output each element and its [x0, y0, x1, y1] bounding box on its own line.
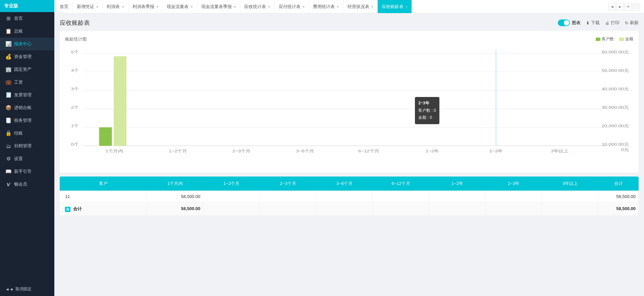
tab-expense-stats[interactable]: 费用统计表 ×: [309, 0, 343, 13]
tab-profit-quarter-close[interactable]: ×: [156, 5, 158, 9]
chart-svg-container: 5个 4个 3个 2个 1个 0个 60,000.00元 50,000.00元 …: [65, 46, 633, 167]
tab-cashflow[interactable]: 现金流量表 ×: [163, 0, 197, 13]
tab-ap-stats[interactable]: 应付统计表 ×: [275, 0, 309, 13]
sidebar-item-closing[interactable]: 🔒 结账: [0, 127, 54, 140]
main-content: 首页 新增凭证 × 利润表 × 利润表季报 × 现金流量表 × 现金流量表季报 …: [54, 0, 644, 296]
home-icon: ⊞: [5, 15, 11, 21]
tab-profit-close[interactable]: ×: [122, 5, 124, 9]
svg-text:50,000.00元: 50,000.00元: [602, 68, 629, 73]
sidebar-item-ledger[interactable]: 📋 总账: [0, 25, 54, 38]
tab-cashflow-quarter[interactable]: 现金流量表季报 ×: [197, 0, 240, 13]
print-label: 打印: [611, 20, 620, 26]
sidebar-item-label: 总账: [14, 28, 23, 34]
tab-home[interactable]: 首页: [56, 0, 73, 13]
sidebar-item-home[interactable]: ⊞ 首页: [0, 12, 54, 25]
cell-3yplus-0: [542, 191, 598, 202]
tab-ar-stats-close[interactable]: ×: [268, 5, 270, 9]
reports-icon: 📊: [5, 41, 11, 47]
svg-text:2~3个月: 2~3个月: [232, 149, 251, 153]
svg-text:20,000.00元: 20,000.00元: [602, 124, 629, 128]
total-23y: [486, 203, 542, 215]
tab-next-btn[interactable]: ►: [616, 3, 624, 10]
sidebar-item-label: 归档管理: [14, 143, 32, 149]
tab-cashflow-quarter-close[interactable]: ×: [234, 5, 236, 9]
chart-svg: 5个 4个 3个 2个 1个 0个 60,000.00元 50,000.00元 …: [65, 46, 633, 167]
total-all: 58,500.00: [598, 203, 639, 215]
sidebar-item-label: 税务管理: [14, 117, 32, 124]
download-button[interactable]: ⬇ 下载: [586, 20, 600, 26]
sidebar-item-archive[interactable]: 🗂 归档管理: [0, 140, 54, 152]
svg-text:2~3年: 2~3年: [489, 149, 503, 153]
svg-text:10,000.00元: 10,000.00元: [602, 142, 629, 147]
download-label: 下载: [591, 20, 600, 26]
refresh-button[interactable]: ↻ 刷新: [625, 20, 639, 26]
pin-icon: ◄◄: [5, 287, 13, 292]
tab-ar-aging[interactable]: 应收账龄表 ×: [378, 0, 412, 13]
print-button[interactable]: 🖨 打印: [605, 20, 620, 26]
sidebar-item-funds[interactable]: 💰 资金管理: [0, 50, 54, 63]
tab-maximize-btn[interactable]: ⛶: [633, 3, 640, 10]
sidebar-item-tax[interactable]: 📑 税务管理: [0, 114, 54, 127]
tab-cashflow-close[interactable]: ×: [191, 5, 193, 9]
sidebar-item-reports[interactable]: 📊 报表中心: [0, 38, 54, 50]
chart-toggle[interactable]: 图表: [558, 19, 581, 26]
col-total: 合计: [598, 177, 639, 191]
funds-icon: 💰: [5, 54, 11, 60]
tab-bar: 首页 新增凭证 × 利润表 × 利润表季报 × 现金流量表 × 现金流量表季报 …: [54, 0, 644, 13]
col-12m: 1~2个月: [203, 177, 260, 191]
assets-icon: 🏢: [5, 66, 11, 72]
tab-business-stats-close[interactable]: ×: [371, 5, 373, 9]
sidebar-item-settings[interactable]: ⚙ 设置: [0, 152, 54, 165]
tab-cashflow-label: 现金流量表: [167, 4, 189, 10]
tab-voucher-close[interactable]: ×: [96, 5, 98, 9]
tab-ap-stats-close[interactable]: ×: [303, 5, 305, 9]
download-icon: ⬇: [586, 20, 590, 26]
tab-business-stats[interactable]: 经营状况表 ×: [343, 0, 378, 13]
toggle-track[interactable]: [558, 19, 570, 26]
sidebar-item-assets[interactable]: 🏢 固定资产: [0, 63, 54, 76]
cell-total-0: 58,500.00: [598, 191, 639, 202]
table-header: 客户 1个月内 1~2个月 2~3个月 3~6个月 6~12个月 1~2年 2~…: [60, 177, 639, 191]
sidebar-item-guide[interactable]: 📖 新手引导: [0, 165, 54, 178]
svg-text:0个: 0个: [71, 142, 79, 147]
sidebar-footer-label: 取消固定: [15, 286, 32, 292]
cell-12y-0: [429, 191, 485, 202]
sidebar-footer[interactable]: ◄◄ 取消固定: [0, 282, 54, 296]
col-23y: 2~3年: [486, 177, 542, 191]
total-12m: [203, 203, 260, 215]
cell-total-label: 合 合计: [60, 203, 147, 215]
legend-amount: 金额: [619, 36, 633, 42]
chart-area: 账龄统计图 客户数 金额 5个 4个 3个 2个 1个: [60, 31, 639, 172]
sidebar-item-vip[interactable]: V 畅会员: [0, 178, 54, 191]
tab-home-label: 首页: [60, 4, 68, 10]
invoice-icon: 🧾: [5, 92, 11, 98]
svg-text:6~12个月: 6~12个月: [358, 149, 379, 153]
tab-nav: ◄ ► ✕ ⛶: [606, 3, 643, 10]
col-12y: 1~2年: [429, 177, 485, 191]
sidebar-item-label: 工资: [14, 79, 23, 85]
tab-profit-quarter[interactable]: 利润表季报 ×: [128, 0, 163, 13]
tab-profit-label: 利润表: [107, 4, 120, 10]
tab-close-all-btn[interactable]: ✕: [625, 3, 632, 10]
sidebar-item-salary[interactable]: 💼 工资: [0, 76, 54, 89]
svg-text:3~6个月: 3~6个月: [296, 149, 314, 153]
tab-ar-stats[interactable]: 应收统计表 ×: [240, 0, 274, 13]
sidebar-item-inventory[interactable]: 📦 进销台账: [0, 101, 54, 114]
cell-36m-0: [316, 191, 373, 202]
tab-profit[interactable]: 利润表 ×: [103, 0, 128, 13]
refresh-label: 刷新: [630, 20, 639, 26]
tab-ar-stats-label: 应收统计表: [244, 4, 266, 10]
tab-expense-stats-close[interactable]: ×: [337, 5, 339, 9]
svg-text:60,000.00元: 60,000.00元: [602, 50, 629, 54]
svg-text:1个: 1个: [71, 124, 79, 128]
tab-voucher[interactable]: 新增凭证 ×: [73, 0, 103, 13]
col-612m: 6~12个月: [373, 177, 429, 191]
tab-prev-btn[interactable]: ◄: [608, 3, 616, 10]
inventory-icon: 📦: [5, 105, 11, 111]
sidebar-item-invoice[interactable]: 🧾 发票管理: [0, 89, 54, 101]
page-actions: 图表 ⬇ 下载 🖨 打印 ↻ 刷新: [558, 19, 639, 26]
cell-23y-0: [486, 191, 542, 202]
tab-ar-aging-close[interactable]: ×: [406, 5, 408, 9]
bar-1m-amount: [114, 56, 126, 146]
legend-amount-color: [619, 38, 624, 41]
